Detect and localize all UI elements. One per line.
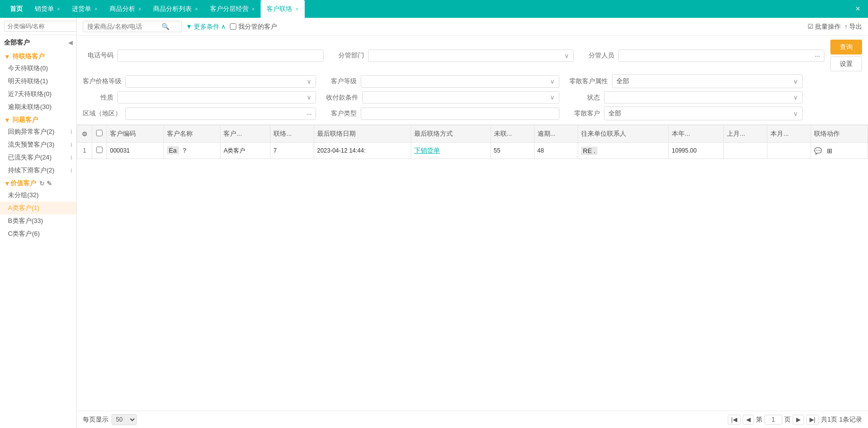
filter-status: 状态 ∨ [569, 91, 803, 104]
action-qr-icon[interactable]: ⊞ [827, 147, 832, 155]
filter-search-input[interactable] [87, 23, 162, 30]
filter-region: 区域（地区） ··· [83, 107, 316, 120]
filter-dept: 分管部门 ∨ [333, 50, 574, 62]
sidebar-item-tomorrow-pending[interactable]: 明天待联络(1) [0, 75, 76, 88]
row-checkbox[interactable] [96, 147, 103, 153]
payment-select[interactable]: ∨ [362, 91, 559, 104]
th-action: 联络动作 [811, 125, 868, 143]
th-settings[interactable]: ⚙ [77, 125, 92, 143]
next-page-btn[interactable]: ▶ [793, 415, 804, 425]
customer-level-select[interactable]: ∨ [361, 75, 559, 88]
filter-scattered: 零散客户 全部 ∨ [569, 107, 803, 120]
table-container: ⚙ 客户编码 客户名称 客户... [77, 125, 868, 411]
filter-price-level: 客户价格等级 ∨ [83, 75, 316, 88]
adv-filter-row-2: 客户价格等级 ∨ 客户等级 ∨ 零散客户属性 [83, 74, 862, 88]
rebuy-info-icon: ℹ [70, 129, 72, 135]
sidebar-item-no-group[interactable]: 未分组(32) [0, 189, 76, 202]
nav-goods-analysis[interactable]: 商品分析 × [104, 0, 147, 18]
more-filter-button[interactable]: ▼ 更多条件 ∧ [186, 22, 226, 31]
sidebar-item-today-pending[interactable]: 今天待联络(0) [0, 62, 76, 75]
nav-home[interactable]: 首页 [4, 0, 29, 18]
sidebar-item-a-class[interactable]: A类客户(1) [0, 202, 76, 214]
per-page-select[interactable]: 50 100 200 [111, 414, 137, 425]
close-all-tabs[interactable]: × [852, 4, 864, 13]
status-arrow-icon: ∨ [793, 94, 798, 101]
sidebar-item-churned[interactable]: 已流失客户(24) ℹ [0, 151, 76, 164]
batch-op-button[interactable]: ☑ 批量操作 [808, 22, 841, 31]
th-contact-count: 联络... [271, 125, 314, 143]
filter-search-icon[interactable]: 🔍 [162, 23, 169, 30]
first-page-btn[interactable]: |◀ [728, 415, 741, 425]
my-customers-checkbox[interactable] [230, 23, 236, 30]
scattered-select[interactable]: 全部 ∨ [604, 107, 803, 120]
close-customer-layer-tab[interactable]: × [252, 6, 255, 12]
phone-label: 电话号码 [83, 51, 117, 60]
customer-type-input[interactable] [361, 107, 559, 120]
table-header-row: ⚙ 客户编码 客户名称 客户... [77, 125, 868, 143]
status-label: 状态 [569, 93, 604, 102]
nature-select[interactable]: ∨ [117, 91, 316, 104]
batch-op-icon: ☑ [808, 23, 814, 30]
nav-purchase[interactable]: 进货单 × [66, 0, 103, 18]
filter-search-box: 🔍 [83, 21, 182, 32]
scattered-attr-select[interactable]: 全部 ∨ [612, 74, 803, 88]
nav-customer-layer[interactable]: 客户分层经营 × [204, 0, 261, 18]
customer-level-arrow-icon: ∨ [550, 78, 555, 85]
sidebar-search-area: 🔍 [0, 18, 76, 35]
scattered-arrow-icon: ∨ [793, 110, 798, 117]
nav-goods-analysis-list[interactable]: 商品分析列表 × [147, 0, 204, 18]
adv-filter-row-1: 电话号码 分管部门 ∨ 分管人员 ··· [83, 40, 862, 71]
sidebar-item-week-pending[interactable]: 近7天待联络(0) [0, 88, 76, 101]
value-group-refresh-icon[interactable]: ↻ [39, 180, 45, 187]
bottom-bar: 每页显示 50 100 200 |◀ ◀ 第 页 ▶ ▶| 共1页 1条记录 [77, 411, 868, 428]
sidebar-item-rebuy-abnormal[interactable]: 回购异常客户(2) ℹ [0, 125, 76, 138]
prev-page-btn[interactable]: ◀ [743, 415, 754, 425]
select-all-checkbox[interactable] [96, 130, 103, 136]
region-input[interactable]: ··· [125, 107, 316, 120]
last-page-btn[interactable]: ▶| [806, 415, 819, 425]
filter-customer-type: 客户类型 [326, 107, 559, 120]
price-level-arrow-icon: ∨ [307, 78, 312, 85]
close-goods-analysis-list-tab[interactable]: × [195, 6, 198, 12]
nav-sales[interactable]: 销货单 × [29, 0, 66, 18]
filter-bar: 🔍 ▼ 更多条件 ∧ 我分管的客户 ☑ 批量操作 ↑ 导出 [77, 18, 868, 36]
close-goods-analysis-tab[interactable]: × [138, 6, 141, 12]
close-purchase-tab[interactable]: × [94, 6, 97, 12]
th-checkbox[interactable] [92, 125, 107, 143]
page-input[interactable] [764, 415, 782, 425]
settings-button[interactable]: 设置 [830, 56, 862, 71]
bottom-bar-right: |◀ ◀ 第 页 ▶ ▶| 共1页 1条记录 [728, 415, 862, 425]
export-icon: ↑ [845, 23, 848, 30]
close-sales-tab[interactable]: × [57, 6, 60, 12]
row-last-contact-date: 2023-04-12 14:44: [314, 143, 411, 159]
export-button[interactable]: ↑ 导出 [845, 22, 863, 31]
collapse-icon[interactable]: ◀ [68, 40, 72, 46]
sidebar-item-declining[interactable]: 持续下滑客户(2) ℹ [0, 164, 76, 177]
person-input[interactable]: ··· [618, 50, 824, 62]
row-name: Ea ？ [163, 143, 220, 159]
sidebar-item-overdue[interactable]: 逾期未联络(30) [0, 101, 76, 113]
nav-customer-contact[interactable]: 客户联络 × [261, 0, 304, 18]
sidebar-item-b-class[interactable]: B类客户(33) [0, 214, 76, 227]
query-button[interactable]: 查询 [830, 40, 862, 54]
price-level-select[interactable]: ∨ [125, 75, 316, 88]
top-navigation: 首页 销货单 × 进货单 × 商品分析 × 商品分析列表 × 客户分层经营 × … [0, 0, 868, 18]
advanced-filter-panel: 电话号码 分管部门 ∨ 分管人员 ··· [77, 36, 868, 125]
close-customer-contact-tab[interactable]: × [295, 6, 298, 12]
region-label: 区域（地区） [83, 109, 125, 118]
row-no-contact-days: 55 [490, 143, 534, 159]
dept-select[interactable]: ∨ [368, 50, 574, 62]
row-code: 000031 [107, 143, 164, 159]
value-group-edit-icon[interactable]: ✎ [47, 180, 52, 187]
total-label: 共1页 1条记录 [821, 415, 862, 424]
filter-scattered-attr: 零散客户属性 全部 ∨ [569, 74, 803, 88]
filter-bar-right: ☑ 批量操作 ↑ 导出 [808, 22, 863, 31]
sidebar-search-input[interactable] [4, 21, 77, 32]
action-chat-icon[interactable]: 💬 [814, 147, 822, 155]
sidebar-all-customers[interactable]: 全部客户 ◀ [0, 35, 76, 50]
status-select[interactable]: ∨ [604, 91, 803, 104]
sidebar-item-c-class[interactable]: C类客户(6) [0, 227, 76, 240]
sidebar-item-churn-warning[interactable]: 流失预警客户(3) ℹ [0, 138, 76, 151]
phone-input[interactable] [117, 50, 324, 62]
last-contact-method-link[interactable]: 下销货单 [414, 147, 440, 154]
